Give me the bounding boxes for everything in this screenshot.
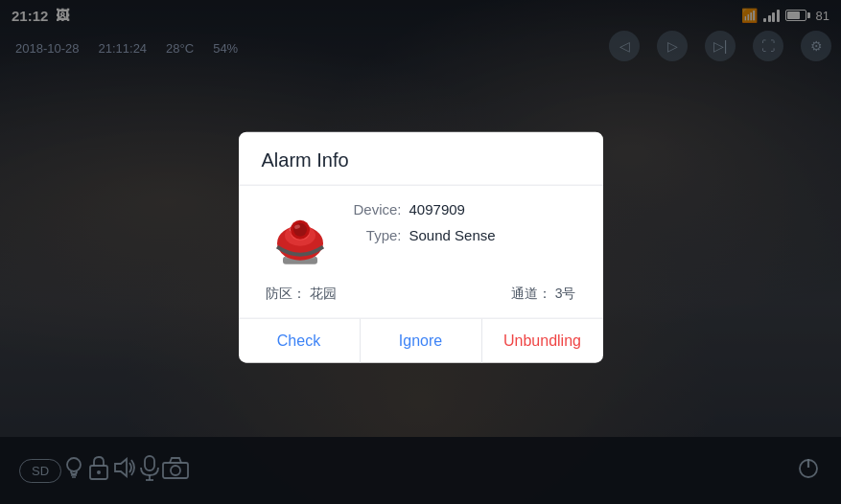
- zone-value: 花园: [310, 286, 337, 303]
- ignore-button[interactable]: Ignore: [360, 319, 481, 363]
- alarm-icon-container: [262, 201, 339, 278]
- zone-label: 防区：: [266, 286, 306, 303]
- svg-point-7: [293, 223, 307, 237]
- info-fields: Device: 4097909 Type: Sound Sense: [354, 201, 580, 243]
- check-button[interactable]: Check: [239, 319, 360, 363]
- device-row: Device: 4097909: [354, 201, 580, 218]
- dialog-actions: Check Ignore Unbundling: [239, 318, 603, 363]
- type-value: Sound Sense: [409, 227, 496, 243]
- dialog-content-row: Device: 4097909 Type: Sound Sense: [262, 201, 580, 278]
- type-row: Type: Sound Sense: [354, 227, 580, 243]
- channel-info: 通道： 3号: [511, 286, 576, 303]
- type-label: Type:: [354, 227, 402, 243]
- device-value: 4097909: [409, 201, 465, 218]
- channel-value: 3号: [555, 286, 576, 303]
- alarm-info-dialog: Alarm Info: [239, 132, 603, 363]
- dialog-body: Device: 4097909 Type: Sound Sense 防区： 花园…: [239, 186, 603, 318]
- zone-info: 防区： 花园: [266, 286, 337, 303]
- channel-label: 通道：: [511, 286, 551, 303]
- zone-channel-row: 防区： 花园 通道： 3号: [262, 286, 580, 303]
- dialog-header: Alarm Info: [239, 132, 603, 186]
- dialog-title: Alarm Info: [262, 149, 349, 171]
- unbundling-button[interactable]: Unbundling: [481, 319, 603, 363]
- device-label: Device:: [354, 201, 402, 218]
- alarm-light-icon: [266, 205, 335, 274]
